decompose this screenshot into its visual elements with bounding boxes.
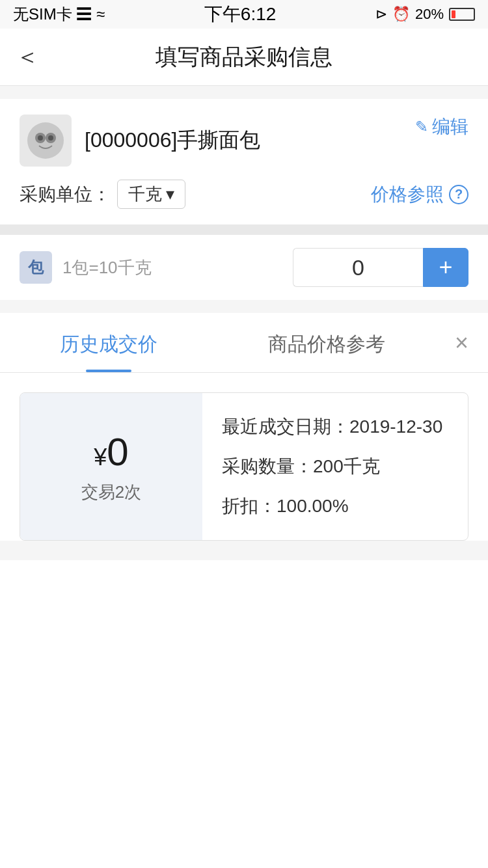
- unit-value: 千克: [128, 183, 162, 206]
- battery-icon: [449, 8, 475, 21]
- battery-percent: 20%: [415, 6, 444, 23]
- price-amount: ¥0: [94, 429, 128, 474]
- price-ref-label: 价格参照: [371, 182, 444, 207]
- svg-point-3: [38, 135, 43, 141]
- quantity-plus-button[interactable]: +: [423, 248, 468, 287]
- currency-symbol: ¥: [94, 444, 107, 470]
- recent-date-value: 2019-12-30: [349, 416, 442, 437]
- discount-line: 折扣：100.00%: [222, 492, 448, 521]
- back-button[interactable]: ＜: [16, 41, 39, 73]
- unit-label: 采购单位：: [20, 182, 111, 207]
- svg-point-4: [48, 135, 53, 141]
- tab-close-button[interactable]: ×: [435, 316, 488, 370]
- purchase-qty-line: 采购数量：200千克: [222, 452, 448, 481]
- price-card: ¥0 交易2次 最近成交日期：2019-12-30 采购数量：200千克 折扣：…: [20, 392, 468, 541]
- svg-point-0: [27, 122, 64, 159]
- tabs-header: 历史成交价 商品价格参考 ×: [0, 313, 488, 373]
- recent-date-line: 最近成交日期：2019-12-30: [222, 413, 448, 442]
- dropdown-arrow-icon: ▾: [166, 184, 174, 204]
- page-title: 填写商品采购信息: [156, 42, 332, 72]
- quantity-row: 包 1包=10千克 +: [0, 235, 488, 300]
- product-logo: [20, 115, 72, 167]
- price-left-panel: ¥0 交易2次: [20, 393, 202, 540]
- product-header: [0000006]手撕面包 ✎ 编辑: [20, 115, 468, 167]
- owl-logo-icon: [26, 121, 65, 160]
- status-left: 无SIM卡 ☰ ≈: [13, 4, 105, 25]
- close-icon: ×: [455, 329, 468, 356]
- quantity-input-group: +: [293, 248, 468, 287]
- quantity-input[interactable]: [293, 248, 423, 287]
- section-divider: [0, 224, 488, 235]
- plus-icon: +: [439, 254, 452, 281]
- product-left: [0000006]手撕面包: [20, 115, 260, 167]
- price-ref-button[interactable]: 价格参照 ?: [371, 182, 468, 207]
- nav-bar: ＜ 填写商品采购信息: [0, 29, 488, 86]
- tabs-section: 历史成交价 商品价格参考 × ¥0 交易2次 最近成交日期：2019-12-30…: [0, 313, 488, 541]
- unit-box-icon: 包: [20, 251, 52, 284]
- edit-label: 编辑: [432, 115, 468, 139]
- discount-label: 折扣：: [222, 496, 277, 516]
- bottom-area: [0, 560, 488, 868]
- discount-value: 100.00%: [277, 496, 349, 516]
- trade-count: 交易2次: [81, 481, 141, 504]
- status-right: ⊳ ⏰ 20%: [375, 6, 475, 23]
- tab-price-ref[interactable]: 商品价格参考: [217, 313, 435, 372]
- carrier-text: 无SIM卡 ☰ ≈: [13, 4, 105, 25]
- help-icon: ?: [449, 185, 468, 204]
- edit-icon: ✎: [415, 118, 428, 136]
- location-icon: ⊳: [375, 6, 387, 23]
- alarm-icon: ⏰: [392, 6, 410, 23]
- recent-date-label: 最近成交日期：: [222, 416, 349, 437]
- price-value: 0: [107, 430, 128, 474]
- product-card: [0000006]手撕面包 ✎ 编辑 采购单位： 千克 ▾ 价格参照 ?: [0, 99, 488, 224]
- unit-row: 采购单位： 千克 ▾: [20, 180, 185, 209]
- price-right-panel: 最近成交日期：2019-12-30 采购数量：200千克 折扣：100.00%: [202, 393, 468, 540]
- edit-button[interactable]: ✎ 编辑: [415, 115, 468, 139]
- purchase-qty-value: 200千克: [313, 456, 380, 476]
- purchase-qty-label: 采购数量：: [222, 456, 313, 476]
- unit-conversion: 1包=10千克: [62, 256, 152, 279]
- unit-dropdown[interactable]: 千克 ▾: [117, 180, 185, 209]
- status-time: 下午6:12: [204, 2, 277, 27]
- unit-label-group: 包 1包=10千克: [20, 251, 152, 284]
- product-name: [0000006]手撕面包: [85, 126, 260, 155]
- tab-history-price[interactable]: 历史成交价: [0, 313, 217, 372]
- status-bar: 无SIM卡 ☰ ≈ 下午6:12 ⊳ ⏰ 20%: [0, 0, 488, 29]
- product-meta: 采购单位： 千克 ▾ 价格参照 ?: [20, 180, 468, 209]
